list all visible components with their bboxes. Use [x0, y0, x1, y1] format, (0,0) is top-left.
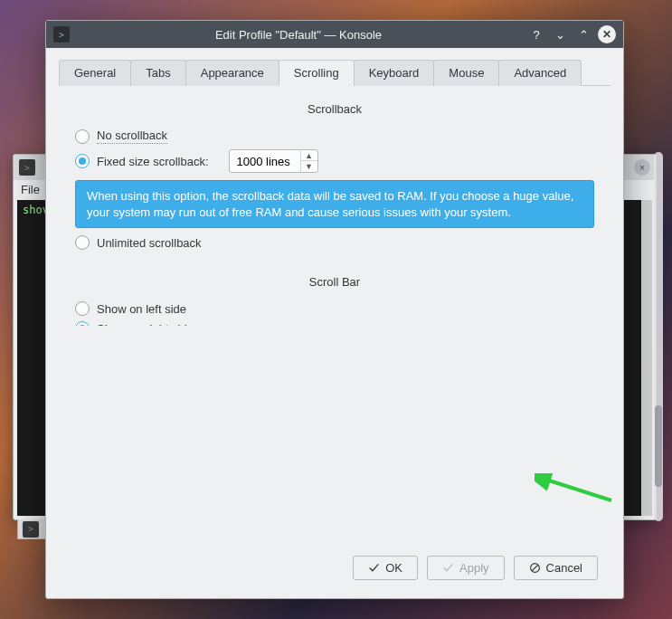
minimize-button[interactable]: ⌄ — [551, 25, 569, 43]
dialog-body: General Tabs Appearance Scrolling Keyboa… — [46, 48, 623, 598]
cancel-button-label: Cancel — [546, 561, 582, 575]
close-icon[interactable]: × — [634, 159, 650, 176]
radio-unlimited-scrollback[interactable] — [75, 235, 90, 250]
menu-file[interactable]: File — [21, 183, 40, 196]
tab-bar: General Tabs Appearance Scrolling Keyboa… — [59, 59, 610, 86]
radio-scrollbar-left-label: Show on left side — [97, 302, 186, 316]
apply-button[interactable]: Apply — [427, 556, 505, 580]
spin-buttons: ▲ ▼ — [300, 150, 317, 172]
help-button[interactable]: ? — [527, 25, 545, 43]
ok-button-label: OK — [385, 561, 402, 575]
close-button[interactable]: ✕ — [598, 25, 616, 43]
group-title-scrollback: Scrollback — [75, 102, 594, 116]
ok-button[interactable]: OK — [353, 556, 418, 580]
radio-scrollbar-left-row[interactable]: Show on left side — [75, 301, 594, 316]
cancel-button[interactable]: Cancel — [514, 556, 598, 580]
tab-keyboard[interactable]: Keyboard — [354, 60, 435, 86]
tab-scrolling[interactable]: Scrolling — [279, 60, 355, 86]
tab-mouse[interactable]: Mouse — [433, 60, 499, 86]
terminal-icon — [19, 159, 35, 176]
radio-unlimited-scrollback-row[interactable]: Unlimited scrollback — [75, 235, 594, 250]
check-icon — [368, 562, 380, 574]
scrollback-lines-input[interactable] — [230, 155, 300, 168]
scrollback-info-box: When using this option, the scrollback d… — [75, 180, 594, 228]
dialog-title: Edit Profile "Default" — Konsole — [75, 28, 522, 42]
scrolling-page: Scrollback No scrollback Fixed size scro… — [59, 86, 610, 326]
outer-scrollbar[interactable] — [654, 152, 663, 521]
radio-fixed-scrollback-row: Fixed size scrollback: ▲ ▼ — [75, 149, 594, 173]
tab-general[interactable]: General — [59, 60, 131, 86]
svg-line-2 — [532, 565, 538, 571]
radio-unlimited-scrollback-label: Unlimited scrollback — [97, 236, 202, 250]
radio-fixed-scrollback[interactable] — [75, 154, 90, 168]
radio-no-scrollback-row[interactable]: No scrollback — [75, 129, 594, 144]
terminal-scrollbar[interactable] — [641, 200, 652, 516]
apply-button-label: Apply — [459, 561, 489, 575]
tab-advanced[interactable]: Advanced — [498, 60, 582, 86]
radio-scrollbar-left[interactable] — [75, 301, 90, 316]
radio-scrollbar-right[interactable] — [75, 321, 90, 325]
cancel-icon — [529, 562, 541, 574]
edit-profile-dialog: Edit Profile "Default" — Konsole ? ⌄ ⌃ ✕… — [45, 20, 624, 599]
scrollbar-thumb[interactable] — [655, 405, 662, 487]
check-icon — [442, 562, 454, 574]
dialog-titlebar: Edit Profile "Default" — Konsole ? ⌄ ⌃ ✕ — [46, 21, 623, 48]
tab-tabs[interactable]: Tabs — [130, 60, 185, 86]
spin-up-icon[interactable]: ▲ — [301, 150, 317, 161]
group-title-scrollbar: Scroll Bar — [75, 275, 594, 289]
scrollback-lines-spinbox[interactable]: ▲ ▼ — [229, 149, 318, 173]
dialog-button-bar: OK Apply Cancel — [59, 547, 610, 589]
radio-no-scrollback-label: No scrollback — [97, 129, 167, 144]
radio-fixed-scrollback-label: Fixed size scrollback: — [97, 155, 209, 168]
spin-down-icon[interactable]: ▼ — [301, 161, 317, 172]
terminal-icon — [53, 26, 70, 43]
tab-appearance[interactable]: Appearance — [185, 60, 279, 86]
radio-no-scrollback[interactable] — [75, 129, 90, 144]
maximize-button[interactable]: ⌃ — [574, 25, 592, 43]
terminal-icon — [23, 521, 39, 538]
